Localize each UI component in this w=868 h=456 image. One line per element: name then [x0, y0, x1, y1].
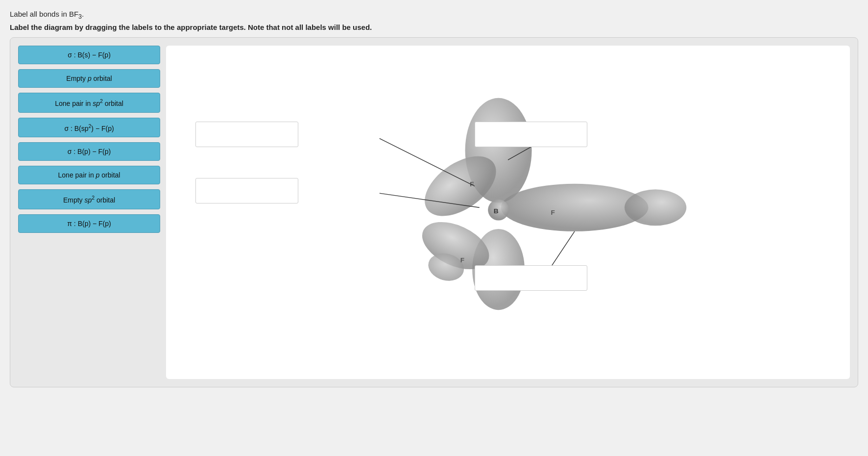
svg-text:F: F: [551, 209, 555, 216]
label-empty-p-orbital[interactable]: Empty p orbital: [18, 69, 160, 88]
diagram-area: F F F B: [166, 46, 850, 379]
svg-text:B: B: [494, 207, 499, 215]
instruction-line2: Label the diagram by dragging the labels…: [10, 23, 858, 31]
main-container: σ : B(s) − F(p) Empty p orbital Lone pai…: [10, 37, 858, 387]
drop-target-4[interactable]: [475, 265, 587, 291]
pointer-lines: [166, 46, 850, 379]
svg-line-12: [380, 138, 475, 186]
svg-point-3: [625, 189, 686, 226]
label-sigma-bs-fp[interactable]: σ : B(s) − F(p): [18, 46, 160, 64]
drop-target-1[interactable]: [195, 122, 298, 147]
svg-point-6: [425, 250, 467, 285]
label-sigma-bsp2-fp[interactable]: σ : B(sp2) − F(p): [18, 118, 160, 138]
label-lone-pair-sp2[interactable]: Lone pair in sp2 orbital: [18, 93, 160, 113]
svg-point-2: [501, 184, 648, 231]
svg-point-0: [465, 98, 532, 203]
label-lone-pair-p[interactable]: Lone pair in p orbital: [18, 166, 160, 184]
svg-point-4: [414, 144, 506, 228]
label-sigma-bp-fp[interactable]: σ : B(p) − F(p): [18, 142, 160, 161]
label-pi-bp-fp[interactable]: π : B(p) − F(p): [18, 214, 160, 233]
svg-text:F: F: [460, 256, 464, 264]
label-empty-sp2-orbital[interactable]: Empty sp2 orbital: [18, 189, 160, 209]
svg-point-7: [488, 200, 509, 221]
orbital-illustration: F F F B: [166, 46, 850, 379]
drop-target-3[interactable]: [475, 122, 587, 147]
instructions-block: Label all bonds in BF3. Label the diagra…: [10, 10, 858, 31]
labels-panel: σ : B(s) − F(p) Empty p orbital Lone pai…: [18, 46, 160, 379]
instruction-line1: Label all bonds in BF3.: [10, 10, 858, 20]
svg-text:F: F: [470, 180, 474, 188]
drop-target-2[interactable]: [195, 178, 298, 203]
svg-line-13: [380, 193, 480, 207]
